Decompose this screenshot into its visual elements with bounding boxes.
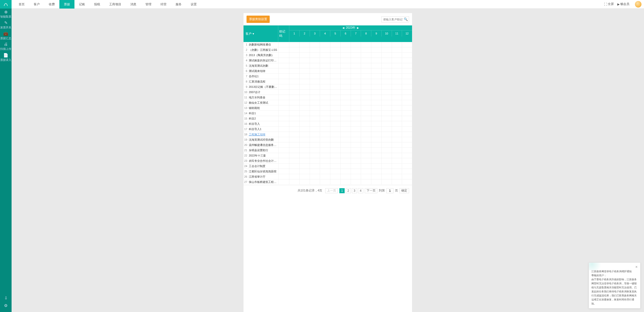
row-month-cell[interactable]: [361, 68, 371, 73]
row-month-cell[interactable]: [300, 148, 310, 153]
table-row[interactable]: 1勿删新锐网络通信: [244, 42, 412, 47]
row-month-cell[interactable]: [392, 142, 402, 147]
row-month-cell[interactable]: [341, 169, 351, 174]
nav-item-经营[interactable]: 经营: [156, 0, 171, 9]
row-month-cell[interactable]: [310, 100, 320, 105]
row-month-cell[interactable]: [361, 63, 371, 68]
row-month-cell[interactable]: [310, 142, 320, 147]
row-month-cell[interactable]: [351, 68, 361, 73]
sidebar-item-1[interactable]: ✎发票开具: [0, 19, 12, 30]
row-month-cell[interactable]: [361, 53, 371, 58]
row-month-cell[interactable]: [402, 111, 412, 116]
row-month-cell[interactable]: [289, 47, 300, 52]
row-month-cell[interactable]: [289, 116, 300, 121]
row-month-cell[interactable]: [371, 179, 382, 184]
table-row[interactable]: 8汇算清缴流程: [244, 79, 412, 84]
row-month-cell[interactable]: [392, 105, 402, 110]
row-month-cell[interactable]: [351, 53, 361, 58]
row-month-cell[interactable]: [402, 53, 412, 58]
row-month-cell[interactable]: [361, 58, 371, 63]
row-month-cell[interactable]: [402, 42, 412, 47]
row-month-cell[interactable]: [310, 68, 320, 73]
row-month-cell[interactable]: [402, 116, 412, 121]
row-month-cell[interactable]: [320, 169, 330, 174]
row-month-cell[interactable]: [320, 63, 330, 68]
row-month-cell[interactable]: [402, 158, 412, 163]
row-month-cell[interactable]: [371, 74, 382, 79]
row-month-cell[interactable]: [351, 79, 361, 84]
row-month-cell[interactable]: [361, 74, 371, 79]
table-row[interactable]: 24工会会计制度: [244, 164, 412, 169]
row-month-cell[interactable]: [289, 100, 300, 105]
row-month-cell[interactable]: [341, 42, 351, 47]
row-month-cell[interactable]: [289, 132, 300, 137]
row-month-cell[interactable]: [330, 137, 341, 142]
row-month-cell[interactable]: [330, 105, 341, 110]
row-month-cell[interactable]: [351, 169, 361, 174]
row-month-cell[interactable]: [382, 158, 392, 163]
row-month-cell[interactable]: [341, 58, 351, 63]
row-month-cell[interactable]: [310, 58, 320, 63]
row-month-cell[interactable]: [371, 158, 382, 163]
row-month-cell[interactable]: [320, 79, 330, 84]
row-month-cell[interactable]: [402, 68, 412, 73]
row-month-cell[interactable]: [320, 179, 330, 184]
row-month-cell[interactable]: [320, 153, 330, 158]
row-month-cell[interactable]: [289, 58, 300, 63]
row-month-cell[interactable]: [300, 116, 310, 121]
row-month-cell[interactable]: [361, 179, 371, 184]
row-month-cell[interactable]: [341, 100, 351, 105]
row-month-cell[interactable]: [351, 158, 361, 163]
row-month-cell[interactable]: [341, 116, 351, 121]
table-row[interactable]: 16科目导入: [244, 121, 412, 127]
row-month-cell[interactable]: [402, 100, 412, 105]
row-month-cell[interactable]: [371, 111, 382, 116]
row-month-cell[interactable]: [310, 169, 320, 174]
row-month-cell[interactable]: [300, 95, 310, 100]
row-month-cell[interactable]: [392, 95, 402, 100]
nav-item-票据[interactable]: 票据: [59, 0, 74, 9]
row-month-cell[interactable]: [382, 153, 392, 158]
row-month-cell[interactable]: [371, 121, 382, 126]
table-row[interactable]: 11地方水利基金: [244, 95, 412, 100]
row-month-cell[interactable]: [320, 132, 330, 137]
table-row[interactable]: 18工程施工结转: [244, 132, 412, 137]
row-month-cell[interactable]: [310, 90, 320, 95]
row-month-cell[interactable]: [341, 79, 351, 84]
row-month-cell[interactable]: [289, 111, 300, 116]
row-month-cell[interactable]: [392, 121, 402, 126]
row-month-cell[interactable]: [351, 90, 361, 95]
row-month-cell[interactable]: [310, 79, 320, 84]
row-month-cell[interactable]: [392, 164, 402, 169]
row-month-cell[interactable]: [402, 174, 412, 179]
row-month-cell[interactable]: [392, 79, 402, 84]
row-month-cell[interactable]: [361, 153, 371, 158]
row-month-cell[interactable]: [392, 84, 402, 89]
row-month-cell[interactable]: [341, 121, 351, 126]
row-month-cell[interactable]: [371, 174, 382, 179]
row-month-cell[interactable]: [330, 47, 341, 52]
row-month-cell[interactable]: [361, 84, 371, 89]
row-month-cell[interactable]: [361, 42, 371, 47]
row-month-cell[interactable]: [402, 169, 412, 174]
row-month-cell[interactable]: [289, 142, 300, 147]
nav-item-收费[interactable]: 收费: [44, 0, 59, 9]
row-month-cell[interactable]: [300, 84, 310, 89]
row-month-cell[interactable]: [300, 111, 310, 116]
row-month-cell[interactable]: [289, 179, 300, 184]
row-month-cell[interactable]: [392, 137, 402, 142]
row-month-cell[interactable]: [361, 47, 371, 52]
row-month-cell[interactable]: [330, 84, 341, 89]
row-month-cell[interactable]: [341, 74, 351, 79]
row-month-cell[interactable]: [300, 174, 310, 179]
row-month-cell[interactable]: [300, 158, 310, 163]
row-month-cell[interactable]: [330, 142, 341, 147]
row-month-cell[interactable]: [341, 158, 351, 163]
row-month-cell[interactable]: [341, 53, 351, 58]
nav-item-首页[interactable]: 首页: [14, 0, 29, 9]
row-month-cell[interactable]: [300, 90, 310, 95]
row-month-cell[interactable]: [382, 74, 392, 79]
table-row[interactable]: 7合作社1: [244, 74, 412, 79]
row-month-cell[interactable]: [361, 90, 371, 95]
row-month-cell[interactable]: [289, 148, 300, 153]
